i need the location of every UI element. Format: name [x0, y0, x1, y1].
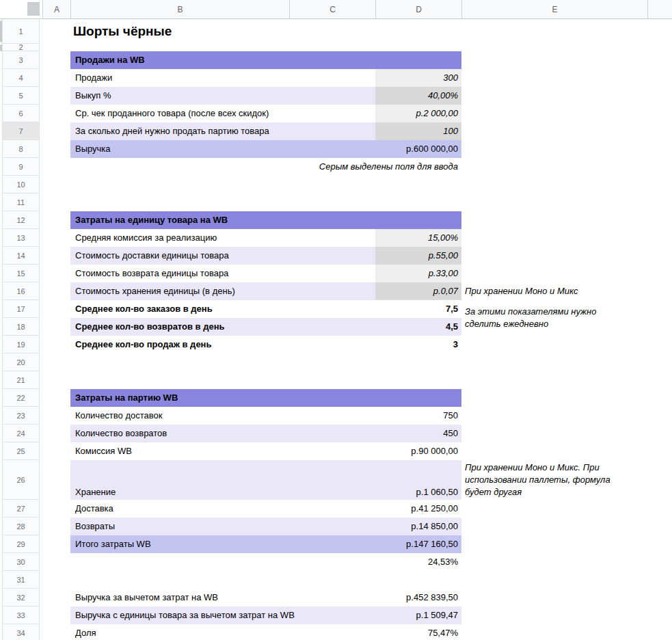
cell-value[interactable]: 15,00% [375, 229, 461, 247]
row-header[interactable]: 11 [2, 194, 40, 211]
row-header[interactable]: 10 [2, 176, 40, 194]
cell-value[interactable]: р.1 060,50 [375, 460, 461, 500]
row-header[interactable]: 22 [2, 389, 40, 407]
cell-label[interactable]: Среднее кол-во продаж в день [70, 336, 375, 354]
cell-label[interactable]: Стоимость возврата единицы товара [70, 265, 375, 282]
section-header-cell[interactable]: Затраты на партию WB [70, 389, 461, 407]
cell-value[interactable]: р.90 000,00 [375, 442, 461, 460]
row-header[interactable]: 9 [2, 158, 40, 176]
cell-value[interactable]: р.33,00 [375, 265, 461, 282]
cell-value[interactable]: р.1 509,47 [375, 606, 461, 624]
row-header[interactable]: 7 [2, 122, 40, 140]
row-header[interactable]: 34 [2, 624, 40, 640]
cell-value[interactable]: 450 [375, 425, 461, 442]
cell-label[interactable]: Выручка с единицы товара за вычетом затр… [70, 606, 375, 624]
cell-value[interactable]: 7,5 [375, 300, 461, 318]
cell-label[interactable]: Выручка [70, 140, 375, 158]
cell-label[interactable]: Комиссия WB [70, 442, 375, 460]
row-header[interactable]: 14 [2, 247, 40, 265]
cell-label[interactable]: Доставка [70, 500, 375, 518]
row-header[interactable]: 32 [2, 589, 40, 606]
cell-value[interactable]: 3 [375, 336, 461, 354]
cell-label[interactable]: Доля [70, 624, 375, 640]
row-header[interactable]: 25 [2, 442, 40, 460]
side-note-cell[interactable]: При хранении Моно и Микс [465, 282, 612, 300]
cell-label[interactable]: Выручка за вычетом затрат на WB [70, 589, 375, 606]
row-header[interactable]: 4 [2, 69, 40, 87]
cell-label[interactable]: Стоимость доставки единицы товара [70, 247, 375, 265]
row-header[interactable]: 23 [2, 407, 40, 425]
cell-label[interactable]: Ср. чек проданного товара (после всех ск… [70, 105, 375, 122]
row-header[interactable]: 19 [2, 336, 40, 354]
cell-value[interactable]: 75,47% [375, 624, 461, 640]
cell-value[interactable]: р.14 850,00 [375, 518, 461, 535]
row-header[interactable]: 18 [2, 318, 40, 336]
legend-note-cell[interactable]: Серым выделены поля для ввода [70, 158, 461, 176]
row-header[interactable]: 12 [2, 211, 40, 229]
row-header[interactable]: 21 [2, 371, 40, 389]
cell-value[interactable]: р.452 839,50 [375, 589, 461, 606]
sheet-title-cell[interactable]: Шорты чёрные [70, 19, 358, 44]
cell-label[interactable]: Хранение [70, 460, 375, 500]
row-header[interactable]: 8 [2, 140, 40, 158]
cell-label[interactable] [70, 553, 375, 571]
row-header[interactable]: 28 [2, 518, 40, 535]
side-note-cell[interactable]: За этими показателями нужно сделить ежед… [465, 300, 612, 336]
row-header[interactable]: 26 [2, 460, 40, 500]
cell-value[interactable]: р.2 000,00 [375, 105, 461, 122]
cell-value[interactable]: 750 [375, 407, 461, 425]
cell-label[interactable]: За сколько дней нужно продать партию тов… [70, 122, 375, 140]
section-header-cell[interactable]: Затраты на единицу товара на WB [70, 211, 461, 229]
row-header[interactable]: 6 [2, 105, 40, 122]
cell-label[interactable]: Возвраты [70, 518, 375, 535]
cell-value[interactable]: р.147 160,50 [375, 535, 461, 553]
column-header-a[interactable]: A [42, 0, 70, 18]
cell-value[interactable]: р.0,07 [375, 282, 461, 300]
row-header[interactable]: 29 [2, 535, 40, 553]
row-header[interactable]: 2 [2, 44, 40, 51]
cell-label[interactable]: Средняя комиссия за реализацию [70, 229, 375, 247]
cell-value[interactable]: 4,5 [375, 318, 461, 336]
row-header[interactable]: 30 [2, 553, 40, 571]
row-header[interactable]: 3 [2, 51, 40, 69]
cell-value[interactable]: 300 [375, 69, 461, 87]
section-header-cell[interactable]: Продажи на WB [70, 51, 461, 69]
side-note-cell[interactable]: При хранении Моно и Микс. При использова… [465, 460, 612, 500]
cell-label[interactable]: Среднее кол-во заказов в день [70, 300, 375, 318]
row-header[interactable]: 1 [2, 19, 40, 44]
row-header[interactable]: 15 [2, 265, 40, 282]
cell-label[interactable]: Стоимость хранения единицы (в день) [70, 282, 375, 300]
row-header[interactable]: 20 [2, 354, 40, 371]
cell-value[interactable]: 100 [375, 122, 461, 140]
cell-value[interactable]: р.600 000,00 [375, 140, 461, 158]
column-header-extra[interactable] [647, 0, 672, 18]
row-header[interactable]: 27 [2, 500, 40, 518]
column-header-d[interactable]: D [375, 0, 461, 18]
cell-value[interactable]: 24,53% [375, 553, 461, 571]
cell-label[interactable]: Продажи [70, 69, 375, 87]
row-header[interactable]: 16 [2, 282, 40, 300]
row-header[interactable]: 5 [2, 87, 40, 105]
row-header[interactable]: 13 [2, 229, 40, 247]
select-all-button[interactable] [27, 2, 40, 16]
column-header-c[interactable]: C [289, 0, 375, 18]
row-header[interactable]: 33 [2, 606, 40, 624]
cell-value[interactable]: р.55,00 [375, 247, 461, 265]
cell-label[interactable]: Количество возвратов [70, 425, 375, 442]
spreadsheet: ABCDE1Шорты чёрные23Продажи на WB4Продаж… [0, 0, 672, 640]
row-header[interactable]: 24 [2, 425, 40, 442]
column-header-e[interactable]: E [461, 0, 647, 18]
row-header[interactable]: 17 [2, 300, 40, 318]
cell-value[interactable]: р.41 250,00 [375, 500, 461, 518]
cell-label[interactable]: Среднее кол-во возвратов в день [70, 318, 375, 336]
cell-label[interactable]: Количество доставок [70, 407, 375, 425]
cell-label[interactable]: Итого затраты WB [70, 535, 375, 553]
cell-label[interactable]: Выкуп % [70, 87, 375, 105]
column-header-b[interactable]: B [70, 0, 289, 18]
row-header[interactable]: 31 [2, 571, 40, 589]
cell-value[interactable]: 40,00% [375, 87, 461, 105]
